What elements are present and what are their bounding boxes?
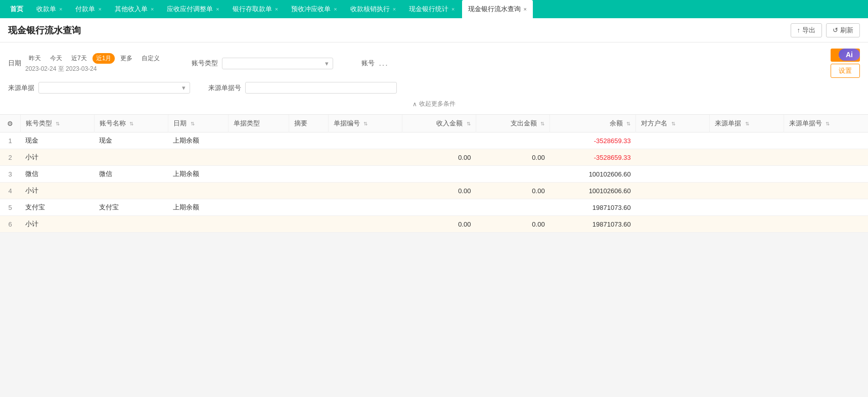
date-btn-custom[interactable]: 自定义 [138, 53, 163, 64]
sort-icon: ⇅ [626, 121, 630, 126]
top-nav: 首页 收款单 × 付款单 × 其他收入单 × 应收应付调整单 × 银行存取款单 … [0, 0, 868, 18]
sort-icon: ⇅ [191, 121, 195, 126]
close-icon[interactable]: × [151, 6, 154, 12]
refresh-icon: ↺ [833, 26, 838, 34]
date-btn-more[interactable]: 更多 [117, 53, 136, 64]
source-doc-num-input[interactable] [245, 82, 397, 94]
collapse-bar[interactable]: ∧ 收起更多条件 [8, 98, 860, 110]
account-type-filter-group: 账号类型 ▾ [192, 58, 333, 69]
nav-tab-skhx[interactable]: 收款核销执行 × [344, 0, 402, 18]
nav-tab-ysyf[interactable]: 应收应付调整单 × [161, 0, 225, 18]
sort-icon: ⇅ [467, 121, 471, 126]
nav-tab-qtsr[interactable]: 其他收入单 × [109, 0, 160, 18]
col-doc-no[interactable]: 单据编号 ⇅ [328, 115, 402, 133]
close-icon[interactable]: × [393, 6, 396, 12]
nav-tab-fukuandan[interactable]: 付款单 × [69, 0, 107, 18]
date-btn-1month[interactable]: 近1月 [93, 53, 115, 64]
close-icon[interactable]: × [216, 6, 219, 12]
sort-icon: ⇅ [363, 121, 368, 126]
table-container: ⚙ 账号类型 ⇅ 账号名称 ⇅ 日期 ⇅ 单据类型 摘要 [0, 115, 868, 233]
source-doc-filter-group: 来源单据 ▾ [8, 82, 190, 94]
table-row: 2小计0.000.00-3528659.33 [0, 149, 868, 166]
col-expense[interactable]: 支出金额 ⇅ [476, 115, 550, 133]
table-row: 5支付宝支付宝上期余额19871073.60 [0, 199, 868, 216]
source-doc-label: 来源单据 [8, 83, 34, 93]
col-counterparty[interactable]: 对方户名 ⇅ [636, 115, 710, 133]
filter-row-2: 来源单据 ▾ 来源单据号 [8, 82, 860, 94]
data-table: ⚙ 账号类型 ⇅ 账号名称 ⇅ 日期 ⇅ 单据类型 摘要 [0, 115, 868, 233]
nav-home[interactable]: 首页 [4, 0, 29, 18]
table-row: 6小计0.000.0019871073.60 [0, 216, 868, 233]
close-icon[interactable]: × [451, 6, 454, 12]
nav-tab-yscys[interactable]: 预收冲应收单 × [285, 0, 343, 18]
filter-area: 日期 昨天 今天 近7天 近1月 更多 自定义 2023-02-24 至 202… [0, 42, 868, 115]
table-body: 1现金现金上期余额-3528659.332小计0.000.00-3528659.… [0, 133, 868, 233]
col-date[interactable]: 日期 ⇅ [168, 115, 228, 133]
chevron-up-icon: ∧ [413, 101, 417, 108]
nav-tab-shoukuandan[interactable]: 收款单 × [30, 0, 68, 18]
header-actions: ↑ 导出 ↺ 刷新 [791, 23, 860, 37]
col-summary[interactable]: 摘要 [289, 115, 329, 133]
sort-icon: ⇅ [56, 121, 60, 126]
date-btn-today[interactable]: 今天 [47, 53, 66, 64]
close-icon[interactable]: × [275, 6, 278, 12]
chevron-down-icon: ▾ [325, 60, 329, 67]
account-filter-group: 账号 ... [361, 59, 388, 68]
date-shortcuts: 昨天 今天 近7天 近1月 更多 自定义 2023-02-24 至 2023-0… [25, 53, 163, 73]
table-row: 4小计0.000.00100102606.60 [0, 183, 868, 199]
ai-button[interactable]: Ai [839, 49, 860, 61]
col-balance[interactable]: 余额 ⇅ [550, 115, 636, 133]
settings-button[interactable]: 设置 [831, 64, 860, 78]
col-account-type[interactable]: 账号类型 ⇅ [20, 115, 94, 133]
page-header: 现金银行流水查询 ↑ 导出 ↺ 刷新 [0, 18, 868, 42]
gear-icon: ⚙ [7, 120, 13, 127]
source-doc-num-filter-group: 来源单据号 [208, 82, 397, 94]
account-label: 账号 [361, 59, 375, 68]
account-type-select[interactable]: ▾ [222, 58, 333, 69]
sort-icon: ⇅ [540, 121, 544, 126]
close-icon[interactable]: × [334, 6, 337, 12]
col-source-doc[interactable]: 来源单据 ⇅ [710, 115, 784, 133]
source-doc-num-label: 来源单据号 [208, 83, 241, 93]
sort-icon: ⇅ [826, 121, 830, 126]
col-source-doc-no[interactable]: 来源单据号 ⇅ [784, 115, 868, 133]
sort-icon: ⇅ [745, 121, 749, 126]
nav-tab-xjyhls[interactable]: 现金银行流水查询 × [462, 0, 533, 18]
export-icon: ↑ [797, 26, 801, 34]
refresh-button[interactable]: ↺ 刷新 [826, 23, 860, 37]
filter-row-1: 日期 昨天 今天 近7天 近1月 更多 自定义 2023-02-24 至 202… [8, 49, 860, 78]
close-icon[interactable]: × [524, 6, 527, 12]
table-row: 1现金现金上期余额-3528659.33 [0, 133, 868, 149]
table-header-row: ⚙ 账号类型 ⇅ 账号名称 ⇅ 日期 ⇅ 单据类型 摘要 [0, 115, 868, 133]
col-gear[interactable]: ⚙ [0, 115, 20, 133]
col-income[interactable]: 收入金额 ⇅ [402, 115, 476, 133]
account-type-label: 账号类型 [192, 59, 218, 68]
source-doc-select[interactable]: ▾ [38, 82, 190, 94]
table-row: 3微信微信上期余额100102606.60 [0, 166, 868, 183]
nav-tab-yhcq[interactable]: 银行存取款单 × [226, 0, 284, 18]
account-dots[interactable]: ... [379, 59, 388, 68]
sort-icon: ⇅ [129, 121, 133, 126]
col-account-name[interactable]: 账号名称 ⇅ [94, 115, 168, 133]
date-btn-7days[interactable]: 近7天 [68, 53, 90, 64]
col-doc-type[interactable]: 单据类型 [228, 115, 289, 133]
page-title: 现金银行流水查询 [8, 24, 81, 36]
date-filter-group: 日期 昨天 今天 近7天 近1月 更多 自定义 2023-02-24 至 202… [8, 53, 163, 73]
date-label: 日期 [8, 59, 21, 68]
sort-icon: ⇅ [671, 121, 675, 126]
nav-tab-xjyhtj[interactable]: 现金银行统计 × [403, 0, 461, 18]
chevron-down-icon: ▾ [182, 84, 186, 92]
date-range-text: 2023-02-24 至 2023-03-24 [25, 65, 163, 73]
date-btn-yesterday[interactable]: 昨天 [25, 53, 44, 64]
close-icon[interactable]: × [59, 6, 62, 12]
close-icon[interactable]: × [98, 6, 101, 12]
export-button[interactable]: ↑ 导出 [791, 23, 823, 37]
